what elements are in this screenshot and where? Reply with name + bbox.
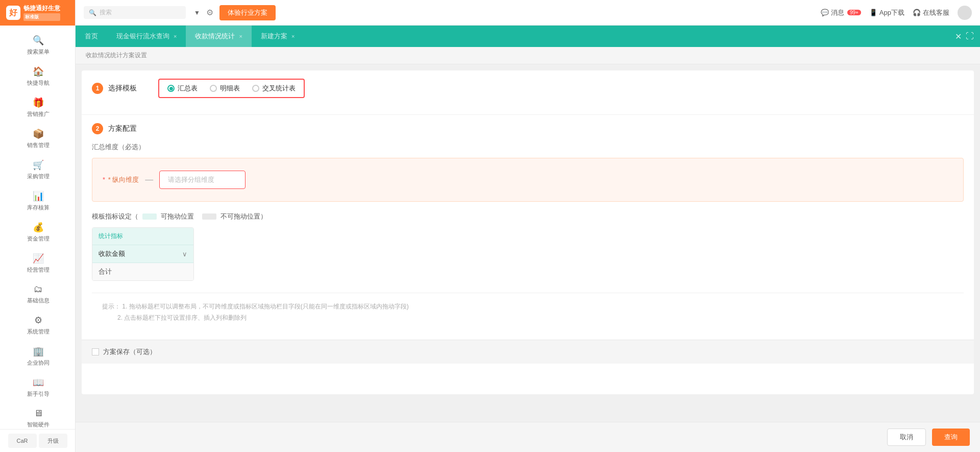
tip-2: 2. 点击标题栏下拉可设置排序、插入列和删除列 <box>102 313 953 324</box>
section-number-1: 1 <box>92 83 103 94</box>
page-wrapper: 收款情况统计方案设置 1 选择模板 汇总表 <box>76 47 980 422</box>
close-window-icon[interactable]: ✕ <box>955 32 962 41</box>
tab-new-plan[interactable]: 新建方案 × <box>252 26 304 47</box>
tab-collection-stats-close[interactable]: × <box>239 33 242 39</box>
tab-cash-flow-close[interactable]: × <box>174 33 177 39</box>
template-cross-label: 交叉统计表 <box>262 84 296 93</box>
template-option-cross[interactable]: 交叉统计表 <box>252 84 296 93</box>
stats-total: 合计 <box>92 263 193 280</box>
sidebar-item-purchase[interactable]: 🛒 采购管理 <box>0 154 75 185</box>
sidebar-item-inventory[interactable]: 📊 库存核算 <box>0 185 75 217</box>
sidebar-item-base-info[interactable]: 🗂 基础信息 <box>0 279 75 310</box>
sidebar-item-label: 快捷导航 <box>27 79 50 87</box>
tab-collection-stats-label: 收款情况统计 <box>195 32 235 41</box>
save-checkbox[interactable] <box>92 348 99 355</box>
notification-label: 消息 <box>831 8 844 17</box>
form-container: 1 选择模板 汇总表 明细表 <box>82 70 974 394</box>
tab-cash-flow-label: 现金银行流水查询 <box>116 32 169 41</box>
sidebar-item-quick-nav[interactable]: 🏠 快捷导航 <box>0 61 75 92</box>
topbar-search[interactable]: 🔍 搜索 <box>84 6 186 19</box>
chart-icon: 📊 <box>33 191 44 202</box>
tab-new-plan-close[interactable]: × <box>291 33 295 39</box>
topbar-dropdown[interactable]: ▼ <box>192 9 200 16</box>
home-icon: 🏠 <box>33 66 44 77</box>
cancel-button[interactable]: 取消 <box>887 429 926 446</box>
settings-icon[interactable]: ⚙ <box>206 8 213 17</box>
sidebar-item-search[interactable]: 🔍 搜索菜单 <box>0 30 75 61</box>
tip-1: 提示： 1. 拖动标题栏可以调整布局，不可跨维度或指标区域拖动栏目字段(只能在同… <box>102 301 953 313</box>
sidebar-item-label: 销售管理 <box>27 141 50 149</box>
sidebar-item-label: 营销推广 <box>27 110 50 118</box>
gift-icon: 🎁 <box>33 97 44 108</box>
arrow-icon: — <box>145 175 153 184</box>
chevron-down-icon: ▼ <box>194 9 200 16</box>
radio-summary[interactable] <box>167 85 175 92</box>
search-icon: 🔍 <box>33 35 44 46</box>
main-area: 🔍 搜索 ▼ ⚙ 体验行业方案 💬 消息 99+ 📱 App下载 🎧 在线客服 <box>76 0 980 452</box>
required-mark: * <box>103 176 105 183</box>
template-section-title: 选择模板 <box>108 84 137 93</box>
template-detail-label: 明细表 <box>220 84 240 93</box>
tip-1-text: 1. 拖动标题栏可以调整布局，不可跨维度或指标区域拖动栏目字段(只能在同一维度或… <box>122 303 408 310</box>
search-icon: 🔍 <box>89 9 96 16</box>
query-button[interactable]: 查询 <box>932 429 970 446</box>
search-placeholder: 搜索 <box>100 8 112 17</box>
config-section-header: 2 方案配置 <box>92 123 964 134</box>
draggable-label: 可拖动位置 <box>161 212 194 221</box>
sidebar-item-sales[interactable]: 📦 销售管理 <box>0 123 75 154</box>
radio-cross[interactable] <box>252 85 259 92</box>
template-section: 1 选择模板 汇总表 明细表 <box>82 70 974 115</box>
maximize-icon[interactable]: ⛶ <box>966 32 974 41</box>
template-summary-label: 汇总表 <box>178 84 198 93</box>
sidebar-bottom-upgrade-btn[interactable]: 升级 <box>39 434 67 448</box>
template-option-detail[interactable]: 明细表 <box>210 84 240 93</box>
tip-prefix: 提示： <box>102 303 120 310</box>
non-draggable-indicator <box>202 213 216 220</box>
stats-item-label: 收款金额 <box>99 249 125 258</box>
tab-home[interactable]: 首页 <box>76 26 107 47</box>
notification-btn[interactable]: 💬 消息 99+ <box>821 8 861 17</box>
breadcrumb-text: 收款情况统计方案设置 <box>86 52 147 59</box>
template-option-summary[interactable]: 汇总表 <box>167 84 198 93</box>
content-area: 收款情况统计方案设置 1 选择模板 汇总表 <box>76 47 980 422</box>
tab-collection-stats[interactable]: 收款情况统计 × <box>186 26 251 47</box>
gear-icon: ⚙ <box>34 315 42 326</box>
money-icon: 💰 <box>33 222 44 233</box>
sidebar-bottom-car-btn[interactable]: CaR <box>8 434 37 448</box>
dim-select[interactable]: 请选择分组维度 <box>159 171 246 189</box>
chevron-down-icon[interactable]: ∨ <box>182 250 187 258</box>
headset-icon: 🎧 <box>913 9 921 16</box>
sidebar-item-enterprise[interactable]: 🏢 企业协同 <box>0 341 75 372</box>
tip-2-text: 2. 点击标题栏下拉可设置排序、插入列和删除列 <box>117 314 247 321</box>
sidebar-item-marketing[interactable]: 🎁 营销推广 <box>0 92 75 123</box>
sidebar-item-operations[interactable]: 📈 经营管理 <box>0 248 75 279</box>
sidebar-item-label: 采购管理 <box>27 173 50 180</box>
sidebar-item-label: 搜索菜单 <box>27 48 50 56</box>
monitor-icon: 🖥 <box>34 408 43 419</box>
dimension-row: * * 纵向维度 — 请选择分组维度 <box>103 171 246 189</box>
sidebar-item-label: 经营管理 <box>27 266 50 274</box>
building-icon: 🏢 <box>33 346 44 357</box>
tips-section: 提示： 1. 拖动标题栏可以调整布局，不可跨维度或指标区域拖动栏目字段(只能在同… <box>92 293 964 331</box>
metrics-settings-text: 模板指标设定（ <box>92 212 138 221</box>
radio-detail[interactable] <box>210 85 217 92</box>
sidebar-item-label: 系统管理 <box>27 328 50 336</box>
tab-cash-flow[interactable]: 现金银行流水查询 × <box>107 26 186 47</box>
breadcrumb: 收款情况统计方案设置 <box>76 47 980 64</box>
template-section-header: 1 选择模板 汇总表 明细表 <box>92 79 964 98</box>
config-section: 2 方案配置 汇总维度（必选） * * 纵向维度 — 请选择分组维度 <box>82 115 974 340</box>
online-service-btn[interactable]: 🎧 在线客服 <box>913 8 949 17</box>
sidebar-item-funds[interactable]: 💰 资金管理 <box>0 217 75 248</box>
sidebar-item-system[interactable]: ⚙ 系统管理 <box>0 310 75 341</box>
config-section-title: 方案配置 <box>108 124 137 133</box>
app-download-btn[interactable]: 📱 App下载 <box>869 8 904 17</box>
sidebar-item-guide[interactable]: 📖 新手引导 <box>0 372 75 403</box>
logo-icon: 好 <box>6 6 20 20</box>
trial-btn[interactable]: 体验行业方案 <box>219 5 276 20</box>
vertical-dim-text: * 纵向维度 <box>108 176 139 183</box>
tabbar: 首页 现金银行流水查询 × 收款情况统计 × 新建方案 × ✕ ⛶ <box>76 26 980 47</box>
sidebar-bottom: CaR 升级 <box>0 429 75 452</box>
sidebar: 好 畅捷通好生意 标准版 🔍 搜索菜单 🏠 快捷导航 🎁 营销推广 📦 销售管理… <box>0 0 76 452</box>
sidebar-item-hardware[interactable]: 🖥 智能硬件 <box>0 403 75 429</box>
user-avatar[interactable] <box>958 6 972 20</box>
